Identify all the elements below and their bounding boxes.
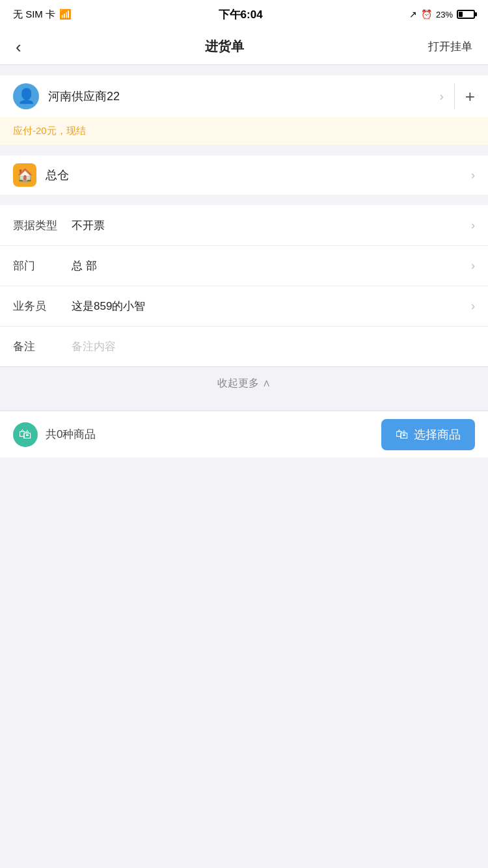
warehouse-row[interactable]: 🏠 总仓 › [0,156,488,195]
gap3 [0,195,488,205]
battery-icon [457,10,475,19]
bottom-bar: 🛍 共0种商品 🛍 选择商品 [0,411,488,457]
goods-count-label: 共0种商品 [46,427,96,442]
add-supplier-button[interactable]: + [465,88,475,105]
collapse-label: 收起更多 ∧ [217,377,270,390]
notice-bar: 应付-20元，现结 [0,117,488,145]
page-title: 进货单 [205,38,244,55]
nav-bar: ‹ 进货单 打开挂单 [0,29,488,65]
alarm-icon: ⏰ [421,9,432,20]
department-chevron-icon: › [471,259,475,273]
remark-placeholder[interactable]: 备注内容 [72,339,475,354]
goods-count-wrap: 🛍 共0种商品 [13,422,96,447]
salesperson-value: 这是859的小智 [72,299,471,314]
battery-percent: 23% [436,10,453,20]
gap4 [0,400,488,411]
invoice-label: 票据类型 [13,218,72,233]
form-row-remark[interactable]: 备注 备注内容 [0,326,488,366]
warehouse-icon: 🏠 [17,167,33,183]
status-right: ↗ ⏰ 23% [409,9,475,20]
invoice-value: 不开票 [72,218,471,233]
page-background [0,457,488,653]
location-icon: ↗ [409,9,417,20]
warehouse-icon-wrap: 🏠 [13,163,36,187]
department-value: 总 部 [72,258,471,273]
collapse-button[interactable]: 收起更多 ∧ [0,366,488,400]
select-goods-button[interactable]: 🛍 选择商品 [381,419,475,450]
goods-icon-wrap: 🛍 [13,422,38,447]
warehouse-chevron-icon: › [471,169,475,182]
warehouse-label: 总仓 [46,167,471,183]
form-card: 票据类型 不开票 › 部门 总 部 › 业务员 这是859的小智 › 备注 备注… [0,205,488,400]
gap1 [0,65,488,75]
open-pending-button[interactable]: 打开挂单 [428,39,472,54]
salesperson-label: 业务员 [13,299,72,314]
goods-cart-icon: 🛍 [19,427,32,442]
status-bar: 无 SIM 卡 📶 下午6:04 ↗ ⏰ 23% [0,0,488,29]
notice-text: 应付-20元，现结 [13,125,86,136]
status-time: 下午6:04 [219,7,263,22]
supplier-row[interactable]: 👤 河南供应商22 › + [0,75,488,117]
status-left: 无 SIM 卡 📶 [13,8,72,21]
invoice-chevron-icon: › [471,219,475,232]
supplier-card: 👤 河南供应商22 › + 应付-20元，现结 [0,75,488,145]
department-label: 部门 [13,258,72,273]
vertical-divider [454,83,455,109]
supplier-chevron-icon: › [440,90,444,103]
gap2 [0,145,488,156]
select-goods-icon: 🛍 [396,427,409,442]
avatar-icon: 👤 [18,89,35,103]
select-goods-label: 选择商品 [414,427,461,442]
remark-label: 备注 [13,339,72,354]
warehouse-card: 🏠 总仓 › [0,156,488,195]
back-button[interactable]: ‹ [16,38,21,55]
avatar: 👤 [13,83,39,109]
salesperson-chevron-icon: › [471,299,475,313]
form-row-department[interactable]: 部门 总 部 › [0,245,488,286]
supplier-name: 河南供应商22 [48,88,440,104]
form-row-invoice[interactable]: 票据类型 不开票 › [0,205,488,245]
form-row-salesperson[interactable]: 业务员 这是859的小智 › [0,286,488,326]
